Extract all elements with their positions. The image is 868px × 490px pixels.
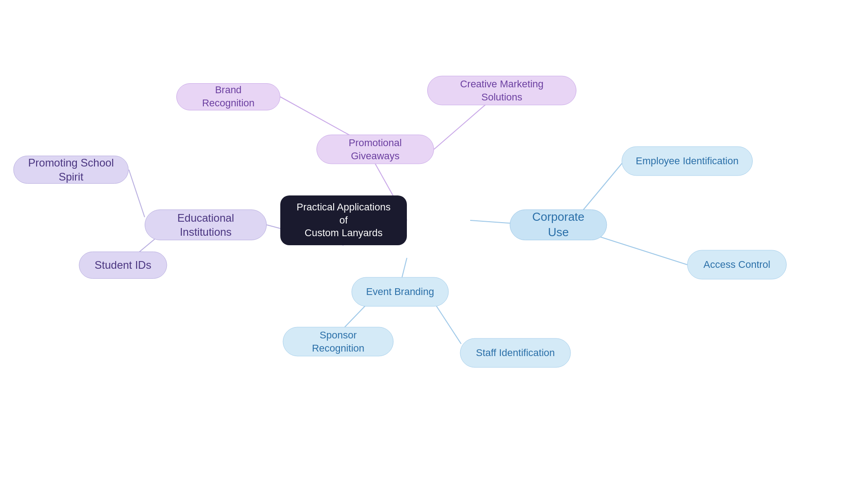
staff-identification-node: Staff Identification xyxy=(460,338,571,368)
student-ids-label: Student IDs xyxy=(94,258,151,272)
event-branding-label: Event Branding xyxy=(366,285,434,299)
employee-identification-node: Employee Identification xyxy=(622,147,753,176)
sponsor-recognition-label: Sponsor Recognition xyxy=(296,328,381,354)
promoting-school-spirit-label: Promoting School Spirit xyxy=(27,156,116,184)
corporate-use-label: Corporate Use xyxy=(523,209,594,240)
center-label: Practical Applications of Custom Lanyard… xyxy=(293,201,394,240)
svg-line-4 xyxy=(129,170,145,217)
event-branding-node: Event Branding xyxy=(352,277,449,307)
educational-institutions-node: Educational Institutions xyxy=(145,209,267,240)
promoting-school-spirit-node: Promoting School Spirit xyxy=(14,156,129,184)
student-ids-node: Student IDs xyxy=(79,252,167,279)
svg-line-7 xyxy=(581,161,624,213)
center-node: Practical Applications of Custom Lanyard… xyxy=(280,195,407,245)
employee-identification-label: Employee Identification xyxy=(636,155,738,168)
promotional-giveaways-node: Promotional Giveaways xyxy=(316,135,434,164)
educational-institutions-label: Educational Institutions xyxy=(158,211,254,239)
access-control-label: Access Control xyxy=(703,258,770,271)
access-control-node: Access Control xyxy=(687,250,787,280)
sponsor-recognition-node: Sponsor Recognition xyxy=(283,327,394,357)
promotional-giveaways-label: Promotional Giveaways xyxy=(330,136,421,162)
brand-recognition-node: Brand Recognition xyxy=(176,83,280,110)
brand-recognition-label: Brand Recognition xyxy=(189,84,267,109)
corporate-use-node: Corporate Use xyxy=(510,209,607,240)
creative-marketing-node: Creative Marketing Solutions xyxy=(427,76,576,105)
staff-identification-label: Staff Identification xyxy=(476,347,555,360)
creative-marketing-label: Creative Marketing Solutions xyxy=(440,77,563,103)
